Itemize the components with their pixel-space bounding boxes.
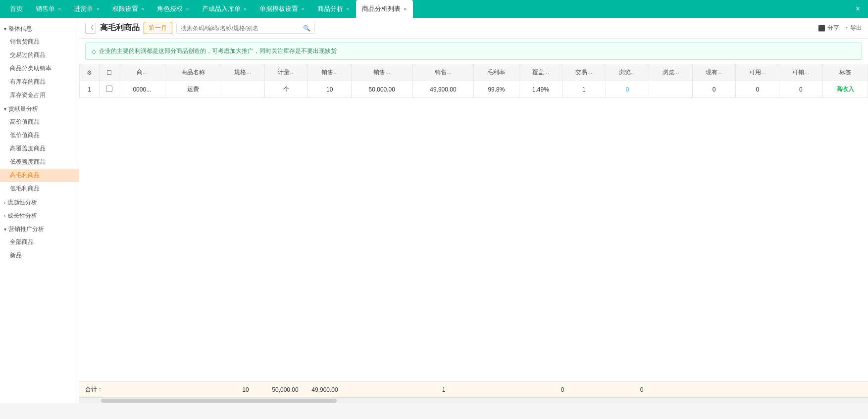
filter-recent-month-button[interactable]: 近一月 bbox=[144, 22, 172, 34]
share-button[interactable]: ⬛ 分享 bbox=[818, 24, 839, 32]
expand-overall-icon: ▾ bbox=[4, 26, 6, 32]
cell-code: 0000... bbox=[119, 81, 165, 98]
nav-purchase[interactable]: 进货单 × bbox=[68, 0, 105, 18]
col-gross-rate[interactable]: 毛利率 bbox=[474, 64, 519, 81]
col-coverage[interactable]: 覆盖... bbox=[519, 64, 562, 81]
sidebar-item-low-value[interactable]: 低价值商品 bbox=[0, 129, 79, 142]
table-wrapper[interactable]: ⚙ ☐ 商... 商品名称 规格... 计量... 销售... 销售... 销售… bbox=[79, 64, 868, 381]
sidebar-item-low-coverage[interactable]: 低覆盖度商品 bbox=[0, 155, 79, 169]
bottom-summary-bar: 合计： 10 50,000.00 49,900.00 1 0 0 bbox=[79, 381, 868, 397]
col-view2[interactable]: 浏览... bbox=[649, 64, 693, 81]
export-button[interactable]: ↑ 导出 bbox=[845, 24, 862, 32]
sidebar-section-overall[interactable]: ▾ 整体信息 bbox=[0, 22, 79, 35]
nav-analysis[interactable]: 商品分析 × bbox=[311, 0, 355, 18]
col-tag[interactable]: 标签 bbox=[822, 64, 868, 81]
summary-transactions: 1 bbox=[424, 386, 463, 393]
col-view1[interactable]: 浏览... bbox=[606, 64, 649, 81]
cell-current-stock: 0 bbox=[692, 81, 736, 98]
col-code[interactable]: 商... bbox=[119, 64, 165, 81]
close-permission-tab[interactable]: × bbox=[141, 6, 144, 12]
page-title: 高毛利商品 bbox=[100, 23, 140, 33]
sidebar-item-high-coverage[interactable]: 高覆盖度商品 bbox=[0, 142, 79, 155]
summary-stock1: 0 bbox=[543, 386, 582, 393]
summary-sales-amt: 50,000.00 bbox=[265, 386, 305, 393]
col-spec[interactable]: 规格... bbox=[221, 64, 265, 81]
col-name[interactable]: 商品名称 bbox=[165, 64, 221, 81]
sidebar-item-category-rate[interactable]: 商品分类助销率 bbox=[0, 62, 79, 75]
sidebar-item-all-goods[interactable]: 全部商品 bbox=[0, 235, 79, 249]
sidebar: ▾ 整体信息 销售货商品 交易过的商品 商品分类助销率 有库存的商品 库存资金占… bbox=[0, 18, 79, 403]
cell-view1[interactable]: 0 bbox=[606, 81, 649, 98]
sidebar-item-low-margin[interactable]: 低毛利商品 bbox=[0, 182, 79, 195]
summary-cells: 10 50,000.00 49,900.00 1 0 0 bbox=[107, 386, 862, 393]
sidebar-item-new-goods[interactable]: 新品 bbox=[0, 249, 79, 262]
cell-saleable-stock: 0 bbox=[779, 81, 823, 98]
col-available-stock[interactable]: 可用... bbox=[736, 64, 779, 81]
cell-tag: 高收入 bbox=[822, 81, 868, 98]
summary-empty-7 bbox=[503, 386, 543, 393]
expand-trend-icon: › bbox=[4, 200, 5, 205]
col-sales-amt[interactable]: 销售... bbox=[351, 64, 412, 81]
sidebar-item-high-margin[interactable]: 高毛利商品 bbox=[0, 169, 79, 182]
summary-empty-4 bbox=[345, 386, 384, 393]
col-unit[interactable]: 计量... bbox=[264, 64, 308, 81]
close-inventory-tab[interactable]: × bbox=[244, 6, 247, 12]
nav-template[interactable]: 单据模板设置 × bbox=[254, 0, 310, 18]
summary-empty-6 bbox=[463, 386, 503, 393]
search-input[interactable] bbox=[181, 25, 301, 32]
content-area: 《 高毛利商品 近一月 🔍 ⬛ 分享 ↑ 导出 ◇ 企业的主要 bbox=[79, 18, 868, 403]
close-template-tab[interactable]: × bbox=[301, 6, 304, 12]
nav-inventory[interactable]: 产成品入库单 × bbox=[196, 0, 253, 18]
col-current-stock[interactable]: 现有... bbox=[692, 64, 736, 81]
summary-empty-1 bbox=[107, 386, 147, 393]
close-role-tab[interactable]: × bbox=[186, 6, 189, 12]
sidebar-item-sales-goods[interactable]: 销售货商品 bbox=[0, 35, 79, 48]
close-analysis-tab[interactable]: × bbox=[346, 6, 349, 12]
sidebar-section-growth[interactable]: › 成长性分析 bbox=[0, 209, 79, 222]
col-transactions[interactable]: 交易... bbox=[562, 64, 606, 81]
cell-name: 运费 bbox=[165, 81, 221, 98]
col-saleable-stock[interactable]: 可销... bbox=[779, 64, 823, 81]
cell-gross-rate: 99.8% bbox=[474, 81, 519, 98]
nav-sales[interactable]: 销售单 × bbox=[30, 0, 67, 18]
horizontal-scrollbar[interactable] bbox=[79, 397, 868, 403]
row-checkbox[interactable] bbox=[106, 86, 112, 92]
close-sales-tab[interactable]: × bbox=[58, 6, 61, 12]
nav-analysis-list[interactable]: 商品分析列表 × bbox=[356, 0, 412, 18]
export-icon: ↑ bbox=[845, 25, 848, 32]
products-table: ⚙ ☐ 商... 商品名称 规格... 计量... 销售... 销售... 销售… bbox=[79, 64, 868, 98]
close-purchase-tab[interactable]: × bbox=[96, 6, 99, 12]
sidebar-item-traded-goods[interactable]: 交易过的商品 bbox=[0, 48, 79, 62]
main-layout: ▾ 整体信息 销售货商品 交易过的商品 商品分类助销率 有库存的商品 库存资金占… bbox=[0, 18, 868, 403]
nav-permission[interactable]: 权限设置 × bbox=[106, 0, 150, 18]
cell-unit: 个 bbox=[264, 81, 308, 98]
search-box[interactable]: 🔍 bbox=[176, 23, 315, 34]
sidebar-section-contribution[interactable]: ▾ 贡献量分析 bbox=[0, 102, 79, 115]
info-banner: ◇ 企业的主要的利润都是这部分商品创造的，可考虑加大推广，同时关注库存是不要出现… bbox=[85, 43, 862, 60]
sidebar-section-marketing[interactable]: ▾ 营销推广分析 bbox=[0, 222, 79, 235]
scroll-thumb[interactable] bbox=[101, 399, 337, 403]
col-settings[interactable]: ⚙ bbox=[80, 64, 100, 81]
expand-marketing-icon: ▾ bbox=[4, 227, 6, 232]
expand-contribution-icon: ▾ bbox=[4, 106, 6, 112]
cell-coverage: 1.49% bbox=[519, 81, 562, 98]
sidebar-item-stocked-goods[interactable]: 有库存的商品 bbox=[0, 75, 79, 89]
cell-transactions: 1 bbox=[562, 81, 606, 98]
close-window-button[interactable]: × bbox=[852, 4, 864, 13]
summary-empty-3 bbox=[186, 386, 226, 393]
collapse-sidebar-button[interactable]: 《 bbox=[85, 23, 96, 34]
summary-sales-cost: 49,900.00 bbox=[305, 386, 345, 393]
cell-checkbox[interactable] bbox=[100, 81, 119, 98]
sidebar-item-stock-capital[interactable]: 库存资金占用 bbox=[0, 89, 79, 102]
table-header-row: ⚙ ☐ 商... 商品名称 规格... 计量... 销售... 销售... 销售… bbox=[80, 64, 868, 81]
search-icon[interactable]: 🔍 bbox=[303, 25, 310, 32]
nav-home[interactable]: 首页 bbox=[4, 0, 29, 18]
close-analysis-list-tab[interactable]: × bbox=[404, 6, 407, 12]
cell-available-stock: 0 bbox=[736, 81, 779, 98]
sidebar-section-trend[interactable]: › 流趋性分析 bbox=[0, 195, 79, 209]
col-checkbox[interactable]: ☐ bbox=[100, 64, 119, 81]
col-sales-qty[interactable]: 销售... bbox=[308, 64, 352, 81]
col-sales-cost[interactable]: 销售... bbox=[412, 64, 474, 81]
nav-role[interactable]: 角色授权 × bbox=[151, 0, 195, 18]
sidebar-item-high-value[interactable]: 高价值商品 bbox=[0, 115, 79, 129]
